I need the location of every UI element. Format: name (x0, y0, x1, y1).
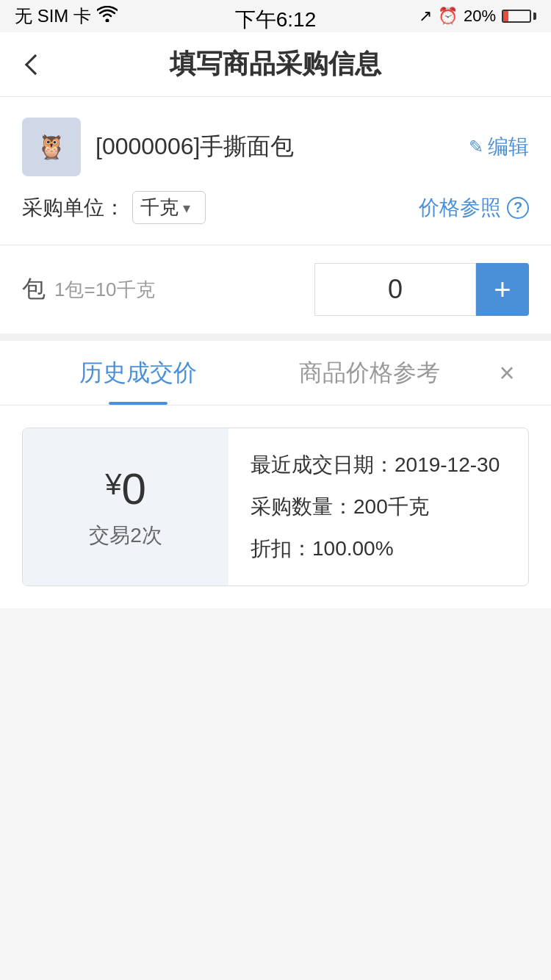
back-arrow-icon (25, 54, 46, 74)
price-ref-label: 价格参照 (419, 194, 501, 222)
history-content: ¥0 交易2次 最近成交日期：2019-12-30 采购数量：200千克 折扣：… (0, 406, 551, 608)
unit-label: 采购单位： 千克 ▾ (22, 191, 206, 224)
status-left: 无 SIM 卡 (15, 4, 118, 28)
edit-button[interactable]: ✎ 编辑 (469, 133, 529, 161)
close-button[interactable]: × (485, 351, 529, 395)
recent-date-row: 最近成交日期：2019-12-30 (251, 450, 506, 479)
discount-row: 折扣：100.00% (251, 534, 506, 563)
page-background (0, 608, 551, 980)
location-icon: ↗ (419, 7, 432, 26)
unit-value: 千克 (140, 195, 179, 220)
help-icon: ? (507, 197, 529, 219)
nav-bar: 填写商品采购信息 (0, 32, 551, 97)
product-left: 🦉 [0000006]手撕面包 (22, 118, 294, 176)
history-price-display: ¥0 (105, 464, 146, 514)
history-price-column: ¥0 交易2次 (23, 428, 228, 586)
quantity-row: 包 1包=10千克 0 + (0, 245, 551, 341)
quantity-input[interactable]: 0 (314, 263, 476, 316)
status-bar: 无 SIM 卡 下午6:12 ↗ ⏰ 20% (0, 0, 551, 32)
trade-count: 交易2次 (89, 522, 162, 550)
edit-icon: ✎ (469, 137, 483, 157)
tab-history-price[interactable]: 历史成交价 (22, 341, 253, 405)
product-unit-row: 采购单位： 千克 ▾ 价格参照 ? (22, 191, 529, 224)
unit-label-text: 采购单位： (22, 194, 125, 222)
recent-date-label: 最近成交日期： (251, 453, 395, 476)
history-price-value: 0 (121, 464, 145, 514)
help-symbol: ? (514, 199, 522, 216)
page-title: 填写商品采购信息 (170, 46, 381, 82)
status-right: ↗ ⏰ 20% (419, 7, 536, 26)
close-icon: × (499, 358, 514, 389)
status-time: 下午6:12 (235, 6, 317, 34)
bottom-panel: 历史成交价 商品价格参考 × ¥0 交易2次 最近成交日期：2019-12-30 (0, 341, 551, 608)
discount-label: 折扣： (251, 537, 312, 560)
product-header: 🦉 [0000006]手撕面包 ✎ 编辑 (22, 118, 529, 176)
product-name: [0000006]手撕面包 (96, 131, 294, 163)
quantity-unit-badge: 包 (22, 273, 46, 306)
svg-point-0 (106, 19, 109, 23)
price-reference-button[interactable]: 价格参照 ? (419, 194, 529, 222)
quantity-unit-equiv: 1包=10千克 (54, 277, 155, 303)
quantity-plus-button[interactable]: + (476, 263, 529, 316)
product-thumbnail: 🦉 (22, 118, 81, 176)
tab-price-ref-label: 商品价格参考 (299, 357, 440, 389)
quantity-unit-info: 包 1包=10千克 (22, 273, 155, 306)
back-button[interactable] (18, 47, 53, 82)
chevron-down-icon: ▾ (183, 199, 190, 217)
product-card: 🦉 [0000006]手撕面包 ✎ 编辑 采购单位： 千克 ▾ 价格参照 ? (0, 97, 551, 245)
wifi-icon (97, 6, 118, 26)
currency-symbol: ¥ (105, 468, 121, 500)
carrier-text: 无 SIM 卡 (15, 4, 91, 28)
tab-active-indicator (109, 402, 168, 405)
recent-date-value: 2019-12-30 (395, 453, 500, 476)
purchase-qty-label: 采购数量： (251, 495, 353, 518)
tab-price-reference[interactable]: 商品价格参考 (253, 341, 485, 405)
tab-history-label: 历史成交价 (79, 357, 197, 389)
quantity-value: 0 (388, 274, 403, 305)
battery-icon (502, 10, 536, 23)
battery-percent: 20% (464, 7, 496, 26)
tab-bar: 历史成交价 商品价格参考 × (0, 341, 551, 406)
alarm-icon: ⏰ (438, 7, 458, 26)
purchase-qty-row: 采购数量：200千克 (251, 492, 506, 521)
product-logo-icon: 🦉 (37, 133, 66, 161)
discount-value: 100.00% (312, 537, 394, 560)
quantity-control: 0 + (314, 263, 529, 316)
edit-label: 编辑 (488, 133, 529, 161)
purchase-qty-value: 200千克 (353, 495, 429, 518)
unit-select[interactable]: 千克 ▾ (132, 191, 206, 224)
history-detail-column: 最近成交日期：2019-12-30 采购数量：200千克 折扣：100.00% (228, 428, 528, 586)
history-card: ¥0 交易2次 最近成交日期：2019-12-30 采购数量：200千克 折扣：… (22, 428, 529, 586)
plus-icon: + (494, 273, 511, 306)
